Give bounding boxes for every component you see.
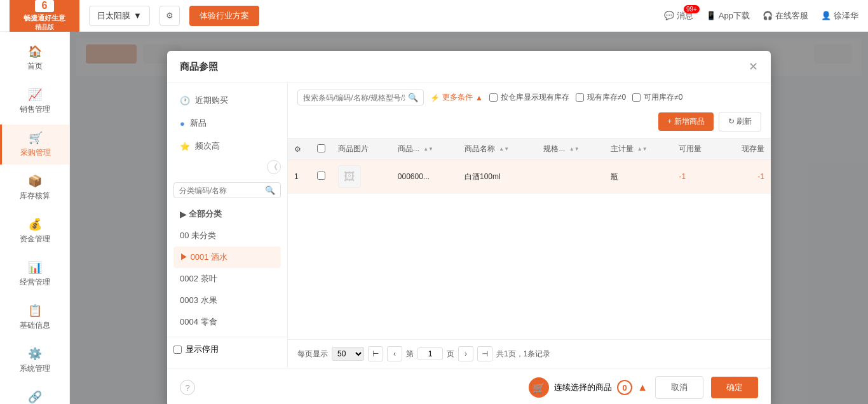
- category-00[interactable]: 00 未分类: [173, 225, 281, 246]
- home-icon: 🏠: [28, 44, 42, 58]
- cancel-button[interactable]: 取消: [655, 376, 703, 399]
- col-name[interactable]: 商品名称 ▲▼: [458, 138, 537, 160]
- product-search-box[interactable]: 🔍: [297, 90, 424, 105]
- app-download-nav-item[interactable]: 📱 App下载: [706, 10, 750, 22]
- category-all-label: 全部分类: [189, 208, 222, 220]
- available-stock-checkbox[interactable]: [632, 93, 641, 102]
- page-number-input[interactable]: [417, 347, 443, 360]
- row-image-cell: 🖼: [332, 160, 391, 194]
- nav-item-new[interactable]: ● 新品: [173, 112, 281, 134]
- settings-icon[interactable]: ⚙: [294, 145, 301, 154]
- filter-button[interactable]: ⚡ 更多条件 ▲: [430, 92, 483, 103]
- warehouse-dropdown[interactable]: 日太阳膜 ▼: [89, 6, 150, 26]
- expand-icon: ▶: [180, 210, 186, 219]
- category-search-input[interactable]: [179, 186, 262, 195]
- selected-count-area: 🛒 连续选择的商品 0 ▲: [529, 377, 648, 398]
- row-spec: [537, 160, 604, 194]
- modal-header: 商品参照 ✕: [167, 51, 771, 83]
- warehouse-stock-checkbox[interactable]: [489, 93, 498, 102]
- category-0003[interactable]: 0003 水果: [173, 290, 281, 311]
- sidebar-item-purchase[interactable]: 🛒 采购管理: [0, 125, 69, 165]
- unit-sort-icon: ▲▼: [637, 146, 648, 152]
- inventory-icon: 📦: [28, 174, 42, 188]
- online-service-nav-item[interactable]: 🎧 在线客服: [763, 10, 808, 22]
- product-search-input[interactable]: [303, 93, 405, 102]
- sidebar-item-operations[interactable]: 📊 经营管理: [0, 254, 69, 294]
- filter-collapse-icon: ▲: [475, 93, 483, 102]
- experience-button[interactable]: 体验行业方案: [189, 6, 259, 26]
- row-unit: 瓶: [604, 160, 673, 194]
- prev-page-button[interactable]: ‹: [387, 346, 402, 361]
- existing-stock-label[interactable]: 现有库存≠0: [587, 92, 626, 103]
- content-area: 商品参照 ✕ 🕐 近期购买 ●: [70, 32, 868, 404]
- action-collapse-icon[interactable]: ▲: [637, 382, 648, 393]
- message-nav-item[interactable]: 💬 消息 99+: [664, 10, 693, 22]
- category-0001[interactable]: ▶ 0001 酒水: [173, 246, 281, 268]
- col-code[interactable]: 商品... ▲▼: [391, 138, 458, 160]
- recent-icon: 🕐: [180, 96, 190, 105]
- table-header-row: ⚙ 商品图片 商品... ▲▼: [288, 138, 771, 160]
- sidebar-item-basic-info[interactable]: 📋 基础信息: [0, 297, 69, 337]
- category-all[interactable]: ▶ 全部分类: [173, 203, 281, 225]
- help-icon[interactable]: ?: [180, 380, 195, 395]
- warehouse-stock-checkbox-group: 按仓库显示现有库存: [489, 92, 569, 103]
- dropdown-chevron-icon: ▼: [133, 11, 142, 20]
- user-nav-item[interactable]: 👤 徐泽华: [821, 10, 858, 22]
- sidebar-item-inventory[interactable]: 📦 库存核算: [0, 168, 69, 208]
- first-page-button[interactable]: ⊢: [368, 346, 383, 361]
- settings-icon[interactable]: ⚙: [159, 6, 180, 26]
- modal-pagination-footer: 每页显示 50 10 20 100 ⊢ ‹ 第: [288, 339, 771, 368]
- row-name: 白酒100ml: [458, 160, 537, 194]
- sales-icon: 📈: [28, 88, 42, 102]
- category-0002[interactable]: 0002 茶叶: [173, 268, 281, 290]
- collapse-button[interactable]: 《: [267, 160, 281, 174]
- product-table-body: 1 🖼 000600... 白酒100ml: [288, 160, 771, 194]
- available-stock-label[interactable]: 可用库存≠0: [644, 92, 682, 103]
- category-0002-label: 0002 茶叶: [180, 274, 217, 283]
- per-page-select[interactable]: 50 10 20 100: [332, 347, 364, 361]
- nav-label-new: 新品: [190, 118, 207, 129]
- headset-icon: 🎧: [763, 11, 773, 20]
- category-search-box[interactable]: 🔍: [173, 182, 281, 198]
- sidebar-label-basic-info: 基础信息: [20, 320, 50, 331]
- category-0003-label: 0003 水果: [180, 295, 217, 305]
- sidebar-item-system[interactable]: ⚙️ 系统管理: [0, 340, 69, 380]
- top-navigation: 6 畅捷通好生意 精品版 日太阳膜 ▼ ⚙ 体验行业方案 💬 消息 99+ 📱 …: [0, 0, 868, 32]
- show-disabled-checkbox[interactable]: [173, 346, 182, 354]
- operations-icon: 📊: [28, 260, 42, 274]
- category-0001-label: 0001 酒水: [191, 252, 228, 262]
- warehouse-stock-label[interactable]: 按仓库显示现有库存: [501, 92, 569, 103]
- page-suffix: 页: [447, 349, 454, 360]
- nav-label-recent: 近期购买: [195, 95, 228, 106]
- refresh-button[interactable]: ↻ 刷新: [719, 112, 761, 131]
- next-page-button[interactable]: ›: [458, 346, 473, 361]
- col-select: [311, 138, 332, 160]
- sidebar-item-home[interactable]: 🏠 首页: [0, 38, 69, 78]
- continuous-label: 连续选择的商品: [554, 382, 612, 393]
- sidebar-item-sales[interactable]: 📈 销售管理: [0, 81, 69, 121]
- existing-stock-checkbox[interactable]: [576, 93, 584, 102]
- nav-item-frequent[interactable]: ⭐ 频次高: [173, 135, 281, 157]
- sidebar-item-collab[interactable]: 🔗 企业协同: [0, 384, 69, 404]
- sidebar-item-finance[interactable]: 💰 资金管理: [0, 211, 69, 251]
- modal-close-button[interactable]: ✕: [749, 60, 758, 74]
- category-0004[interactable]: 0004 零食: [173, 311, 281, 333]
- modal-title: 商品参照: [180, 61, 218, 73]
- search-icon[interactable]: 🔍: [408, 93, 418, 102]
- show-disabled-label[interactable]: 显示停用: [186, 344, 219, 355]
- nav-item-recent[interactable]: 🕐 近期购买: [173, 90, 281, 111]
- modal-body: 🕐 近期购买 ● 新品 ⭐ 频次高: [167, 83, 771, 368]
- existing-stock-checkbox-group: 现有库存≠0: [576, 92, 626, 103]
- select-all-checkbox[interactable]: [317, 144, 325, 152]
- row-index: 1: [288, 160, 311, 194]
- col-settings: ⚙: [288, 138, 311, 160]
- table-row[interactable]: 1 🖼 000600... 白酒100ml: [288, 160, 771, 194]
- col-unit[interactable]: 主计量 ▲▼: [604, 138, 673, 160]
- category-search-icon[interactable]: 🔍: [265, 185, 275, 195]
- row-checkbox[interactable]: [317, 172, 325, 180]
- per-page-label: 每页显示: [297, 349, 328, 360]
- col-spec[interactable]: 规格... ▲▼: [537, 138, 604, 160]
- last-page-button[interactable]: ⊣: [477, 346, 492, 361]
- add-product-button[interactable]: + 新增商品: [658, 112, 713, 131]
- confirm-button[interactable]: 确定: [711, 377, 758, 398]
